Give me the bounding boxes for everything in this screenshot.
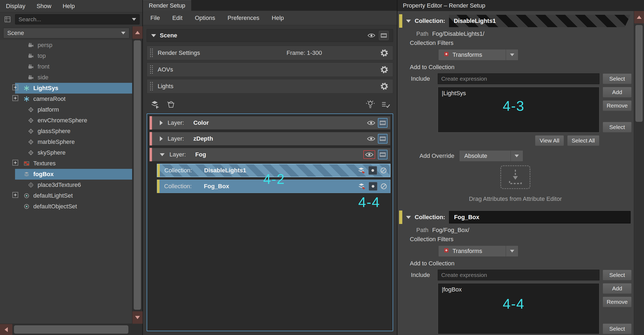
scrollbar-thumb[interactable]: [14, 325, 128, 334]
chevron-down-icon[interactable]: [511, 151, 523, 161]
isolate-icon[interactable]: [380, 167, 387, 174]
menu-help[interactable]: Help: [272, 15, 284, 22]
tree-item-fogbox[interactable]: fogBox: [0, 169, 132, 180]
layer-row-fog[interactable]: Layer: Fog: [149, 148, 390, 161]
light-editor-icon[interactable]: [366, 100, 375, 109]
layer-row-color[interactable]: Layer: Color: [149, 116, 390, 130]
outliner-vertical-scrollbar[interactable]: [132, 26, 142, 324]
menu-display[interactable]: Display: [6, 3, 25, 10]
outliner-filter-icon[interactable]: [3, 15, 12, 24]
remove-button[interactable]: Remove: [603, 297, 632, 307]
tree-item-persp[interactable]: persp: [0, 40, 132, 51]
collection-header[interactable]: Collection: Fog_Box: [399, 211, 632, 224]
outliner-horizontal-scrollbar[interactable]: [0, 324, 132, 335]
scroll-up-icon[interactable]: [132, 26, 143, 39]
create-collection-icon[interactable]: [167, 100, 176, 109]
attribute-drop-zone[interactable]: [500, 165, 530, 189]
expand-plus-icon[interactable]: [12, 192, 18, 199]
collapse-arrow-icon[interactable]: [160, 153, 165, 156]
scene-section-header[interactable]: Scene: [147, 29, 393, 42]
remove-button[interactable]: Remove: [603, 100, 632, 111]
expand-arrow-icon[interactable]: [160, 120, 163, 125]
tree-item-defaultlightset[interactable]: defaultLightSet: [0, 190, 132, 201]
lights-row[interactable]: Lights: [147, 79, 393, 94]
chevron-down-icon[interactable]: [506, 49, 518, 60]
add-button[interactable]: Add: [603, 87, 632, 98]
scroll-left-icon[interactable]: [0, 324, 12, 335]
renderable-film-icon[interactable]: [378, 150, 388, 159]
override-mode-dropdown[interactable]: Absolute: [459, 150, 523, 162]
select-button[interactable]: Select: [603, 73, 632, 84]
render-layer-icon[interactable]: [358, 167, 366, 174]
layer-row-zdepth[interactable]: Layer: zDepth: [149, 132, 390, 145]
menu-help[interactable]: Help: [63, 3, 75, 10]
select-all-button[interactable]: Select All: [567, 135, 599, 146]
menu-edit[interactable]: Edit: [172, 15, 182, 22]
collection-header[interactable]: Collection: DisableLights1: [399, 14, 632, 28]
enabled-toggle-icon[interactable]: [368, 166, 377, 175]
add-button[interactable]: Add: [603, 283, 632, 294]
menu-options[interactable]: Options: [195, 15, 215, 22]
property-editor-scrollbar[interactable]: [634, 11, 644, 335]
tree-item-platform[interactable]: platform: [0, 104, 132, 115]
select-button[interactable]: Select: [603, 323, 632, 334]
gear-icon[interactable]: [380, 65, 389, 74]
checklist-icon[interactable]: [381, 100, 390, 109]
aovs-row[interactable]: AOVs: [147, 62, 393, 77]
search-dropdown-arrow-icon[interactable]: [132, 18, 136, 21]
expression-input[interactable]: [438, 73, 599, 84]
scene-filter-select[interactable]: Scene: [3, 28, 129, 38]
visibility-eye-icon[interactable]: [367, 120, 375, 126]
drag-handle-icon[interactable]: [150, 48, 153, 58]
collapse-arrow-icon[interactable]: [151, 34, 156, 37]
expand-plus-icon[interactable]: [12, 84, 18, 92]
expand-plus-icon[interactable]: [12, 95, 18, 103]
render-settings-row[interactable]: Render Settings Frame: 1-300: [147, 46, 393, 60]
enabled-toggle-icon[interactable]: [369, 182, 377, 191]
search-input[interactable]: [15, 14, 140, 24]
collection-name-field[interactable]: Fog_Box: [449, 211, 631, 223]
tree-item-glasssphere[interactable]: glassSphere: [0, 126, 132, 137]
select-button[interactable]: Select: [603, 122, 632, 133]
scrollbar-thumb[interactable]: [635, 25, 643, 122]
tree-item-top[interactable]: top: [0, 51, 132, 61]
tree-item-defaultobjectset[interactable]: defaultObjectSet: [0, 201, 132, 212]
tree-item-place3dtexture6[interactable]: place3dTexture6: [0, 180, 132, 190]
select-button[interactable]: Select: [603, 270, 632, 280]
visibility-eye-icon[interactable]: [368, 33, 375, 38]
tree-item-side[interactable]: side: [0, 72, 132, 83]
render-layer-icon[interactable]: [358, 183, 366, 190]
chevron-down-icon[interactable]: [506, 246, 518, 256]
collapse-arrow-icon[interactable]: [406, 20, 411, 23]
collapse-arrow-icon[interactable]: [406, 216, 411, 219]
view-all-button[interactable]: View All: [535, 135, 564, 146]
menu-file[interactable]: File: [150, 15, 160, 22]
renderable-film-icon[interactable]: [378, 118, 388, 128]
tree-item-marblesphere[interactable]: marbleSphere: [0, 137, 132, 147]
tree-item-envchromesphere[interactable]: envChromeSphere: [0, 115, 132, 126]
tree-item-front[interactable]: front: [0, 61, 132, 72]
expand-arrow-icon[interactable]: [160, 136, 163, 141]
list-item[interactable]: |LightSys: [442, 90, 595, 97]
scrollbar-thumb[interactable]: [134, 40, 141, 310]
list-item[interactable]: |fogBox: [442, 286, 595, 293]
gear-icon[interactable]: [380, 49, 389, 57]
visible-layer-highlight[interactable]: [363, 150, 375, 159]
search-field[interactable]: [19, 16, 130, 23]
collection-name-field[interactable]: DisableLights1: [449, 15, 631, 27]
tree-item-cameraroot[interactable]: cameraRoot: [0, 94, 132, 104]
menu-show[interactable]: Show: [37, 3, 51, 10]
renderable-film-icon[interactable]: [379, 31, 389, 40]
isolate-icon[interactable]: [380, 183, 388, 190]
filter-type-dropdown[interactable]: Transforms: [438, 245, 518, 257]
expand-plus-icon[interactable]: [12, 160, 18, 167]
scroll-down-icon[interactable]: [132, 311, 143, 324]
drag-handle-icon[interactable]: [150, 65, 153, 74]
tab-render-setup[interactable]: Render Setup: [143, 0, 191, 11]
create-render-layer-icon[interactable]: [150, 100, 160, 109]
visibility-eye-icon[interactable]: [367, 136, 375, 142]
tree-item-skysphere[interactable]: skySphere: [0, 147, 132, 158]
menu-preferences[interactable]: Preferences: [227, 15, 259, 22]
tree-item-textures[interactable]: Textures: [0, 158, 132, 169]
gear-icon[interactable]: [380, 82, 389, 91]
